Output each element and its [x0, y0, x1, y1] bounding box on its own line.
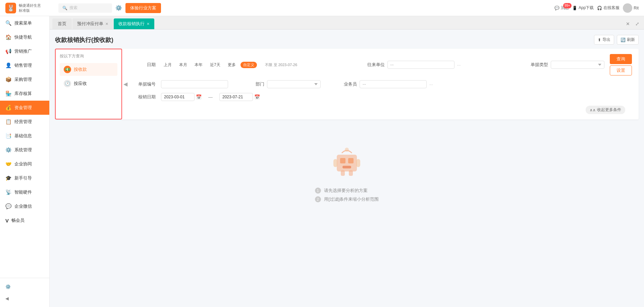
sidebar: 🔍 搜索菜单 🏠 快捷导航 📢 营销推广 👤 销售管理 📦 采购管理 🏪 库存核…: [0, 16, 50, 307]
step-num-1: 1: [315, 188, 321, 194]
tab-receivable-close[interactable]: ✕: [147, 22, 150, 26]
refresh-btn[interactable]: 🔄 刷新: [617, 35, 639, 45]
sidebar-item-inventory[interactable]: 🏪 库存核算: [0, 87, 49, 101]
sidebar-settings-btn[interactable]: ⚙️: [0, 281, 49, 293]
settings-gear-icon[interactable]: ⚙️: [115, 5, 122, 11]
content-area: 首页 预付冲应付单 ✕ 收款核销执行 ✕ ✕ ⤢ 收款核销执行(按收款): [50, 16, 644, 307]
counterpart-group: 往来单位 ···: [365, 61, 461, 69]
by-receipt-label: 按收款: [74, 66, 87, 72]
dept-select[interactable]: [267, 80, 321, 88]
date-btn-this-month[interactable]: 本月: [176, 61, 190, 69]
verify-date-end-wrap: 📅: [219, 93, 260, 101]
query-btn[interactable]: 查询: [610, 54, 632, 64]
tab-home-label: 首页: [58, 21, 66, 27]
tab-home[interactable]: 首页: [52, 18, 72, 29]
sidebar-bottom: ⚙️ ◀: [0, 278, 49, 307]
sidebar-item-sales[interactable]: 👤 销售管理: [0, 58, 49, 72]
sidebar-collapse-btn[interactable]: ◀: [0, 293, 49, 304]
date-btn-more[interactable]: 更多: [225, 61, 238, 69]
filter-container: 按以下方查询 💵 按收款 🕐 按应收 ◀: [55, 49, 639, 119]
sidebar-item-member[interactable]: V 畅会员: [0, 213, 49, 227]
filter-settings-btn[interactable]: 设置: [610, 65, 632, 75]
sidebar-item-search-menu[interactable]: 🔍 搜索菜单: [0, 16, 49, 30]
online-service-action[interactable]: 🎧 在线客服: [597, 5, 620, 11]
staff-input[interactable]: [360, 80, 427, 88]
svg-rect-5: [356, 159, 360, 167]
counterpart-dots[interactable]: ···: [457, 62, 461, 67]
tab-prepay-close[interactable]: ✕: [105, 22, 108, 26]
verify-date-end-cal-icon[interactable]: 📅: [254, 94, 260, 100]
staff-label: 业务员: [337, 81, 357, 87]
date-group: 上月 本月 本年 近7天 更多 自定义: [161, 61, 257, 69]
empty-step-2: 2 用[过滤]条件来缩小分析范围: [315, 195, 379, 204]
sidebar-item-operations[interactable]: 📋 经营管理: [0, 115, 49, 129]
sidebar-item-label: 企业协同: [14, 161, 32, 167]
sidebar-item-guide[interactable]: 🎓 新手引导: [0, 171, 49, 185]
verify-date-label: 核销日期: [136, 94, 156, 100]
sidebar-item-label: 资金管理: [14, 105, 32, 111]
industry-btn[interactable]: 体验行业方案: [125, 3, 161, 13]
by-receipt-icon: 💵: [64, 66, 71, 73]
collapse-more-btn[interactable]: ∧∧ 收起更多条件: [586, 106, 625, 114]
sidebar-item-finance[interactable]: 💰 资金管理: [0, 101, 49, 115]
sidebar-item-wechat[interactable]: 💬 企业微信: [0, 199, 49, 213]
staff-group: 业务员 ···: [337, 80, 433, 88]
sidebar-item-enterprise[interactable]: 🤝 企业协同: [0, 157, 49, 171]
tab-prepay[interactable]: 预付冲应付单 ✕: [72, 18, 113, 29]
sidebar-item-system[interactable]: ⚙️ 系统管理: [0, 143, 49, 157]
sidebar-item-label: 企业微信: [14, 203, 32, 209]
verify-date-end-input[interactable]: [219, 93, 253, 101]
sidebar-item-label: 销售管理: [14, 62, 32, 68]
svg-point-8: [345, 148, 349, 152]
dept-group: 部门: [244, 80, 321, 88]
verify-date-start-input[interactable]: [161, 93, 195, 101]
counterpart-input[interactable]: [387, 61, 454, 69]
date-btn-this-year[interactable]: 本年: [192, 61, 205, 69]
user-profile[interactable]: Rit: [623, 3, 639, 13]
date-range-dash: —: [208, 95, 213, 100]
app-download-action[interactable]: 📱 App下载: [572, 5, 594, 11]
date-to-label: 至 2023-07-26: [274, 62, 297, 67]
finance-icon: 💰: [5, 105, 12, 111]
filter-left-collapse-btn[interactable]: ◀: [122, 49, 129, 119]
staff-dots[interactable]: ···: [429, 82, 433, 87]
step-num-2: 2: [315, 196, 321, 202]
empty-steps: 1 请先选择要分析的方案 2 用[过滤]条件来缩小分析范围: [315, 186, 379, 204]
sidebar-item-basic-info[interactable]: 📑 基础信息: [0, 129, 49, 143]
export-btn[interactable]: ⬆ 导出: [594, 35, 614, 45]
user-name: Rit: [634, 6, 639, 10]
top-search-bar[interactable]: 🔍 搜索: [58, 3, 112, 13]
sidebar-item-marketing[interactable]: 📢 营销推广: [0, 44, 49, 58]
collapse-more-label: 收起更多条件: [597, 107, 621, 113]
logo-text: 畅捷通好生意 标准版: [19, 3, 41, 13]
sidebar-item-label: 新手引导: [14, 175, 32, 181]
sidebar-item-label: 营销推广: [14, 48, 32, 54]
sidebar-item-label: 采购管理: [14, 76, 32, 83]
sidebar-item-hardware[interactable]: 📡 智能硬件: [0, 185, 49, 199]
filter-left-panel: 按以下方查询 💵 按收款 🕐 按应收: [55, 49, 122, 119]
logo-icon: 🐰: [5, 3, 16, 13]
date-range-info: 不限 至 2023-07-26: [265, 62, 297, 67]
app-icon: 📱: [572, 6, 577, 10]
tab-receivable[interactable]: 收款核销执行 ✕: [114, 18, 154, 29]
date-custom-badge[interactable]: 自定义: [240, 62, 257, 68]
tab-close-all-btn[interactable]: ✕: [624, 20, 632, 28]
filter-option-by-receipt[interactable]: 💵 按收款: [60, 63, 117, 76]
tab-expand-btn[interactable]: ⤢: [633, 20, 641, 28]
sidebar-item-purchase[interactable]: 📦 采购管理: [0, 72, 49, 87]
message-action[interactable]: 💬 消息 99+: [554, 5, 569, 11]
filter-row-docno: 单据编号 部门 业务员 ···: [136, 80, 632, 88]
date-btn-last-7[interactable]: 近7天: [207, 61, 223, 69]
empty-step-1-text: 请先选择要分析的方案: [324, 188, 368, 193]
sidebar-item-quick-nav[interactable]: 🏠 快捷导航: [0, 30, 49, 44]
sidebar-item-label: 基础信息: [14, 133, 32, 139]
filter-left-title: 按以下方查询: [60, 53, 117, 59]
doc-no-input[interactable]: [161, 80, 228, 88]
filter-option-by-receivable[interactable]: 🕐 按应收: [60, 77, 117, 90]
doc-type-select[interactable]: [551, 61, 604, 69]
verify-date-start-cal-icon[interactable]: 📅: [196, 94, 202, 100]
page-header-actions: ⬆ 导出 🔄 刷新: [594, 35, 639, 45]
empty-step-2-text: 用[过滤]条件来缩小分析范围: [324, 197, 379, 202]
date-btn-last-month[interactable]: 上月: [161, 61, 174, 69]
sidebar-item-label: 经营管理: [14, 119, 32, 125]
